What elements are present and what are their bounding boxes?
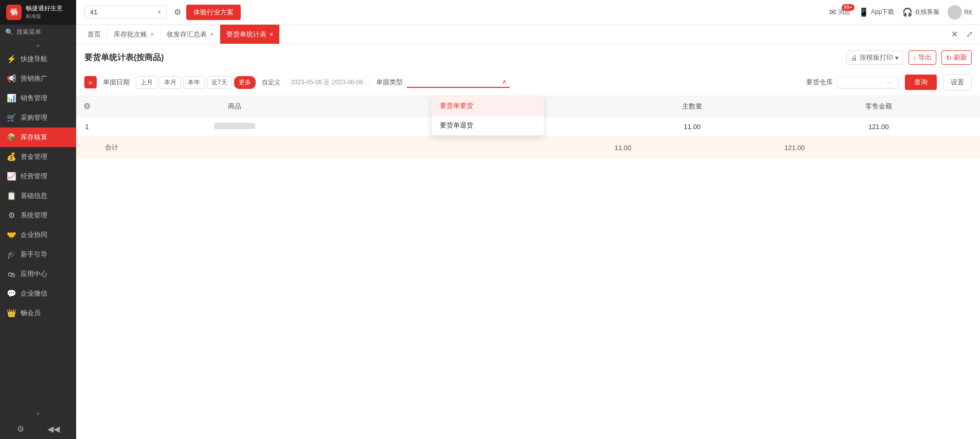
marketing-icon: 📢 — [6, 74, 16, 83]
settings-btn[interactable]: 设置 — [943, 74, 972, 90]
tab-order-stats[interactable]: 要货单统计表 × — [220, 25, 280, 44]
trial-btn[interactable]: 体验行业方案 — [186, 5, 241, 20]
filter-expand-btn[interactable]: » — [84, 76, 97, 88]
tab-home[interactable]: 首页 — [81, 25, 108, 44]
wechat-icon: 💬 — [6, 289, 16, 298]
search-icon: 🔍 — [5, 28, 13, 36]
page-content: 要货单统计表(按商品) 🖨 按模板打印 ▾ ↑ 导出 ↻ 刷新 — [76, 44, 980, 439]
filter-divider — [369, 77, 370, 87]
avatar — [948, 5, 962, 20]
sidebar-nav: ⚡ 快捷导航 📢 营销推广 📊 销售管理 🛒 采购管理 📦 库存核算 💰 资金管… — [0, 49, 76, 409]
refresh-btn[interactable]: ↻ 刷新 — [941, 50, 972, 65]
warehouse-more-icon: ··· — [887, 79, 892, 86]
store-name: 41 — [90, 8, 155, 16]
sidebar-search[interactable]: 🔍 搜索菜单 — [0, 25, 76, 40]
td-goods — [98, 117, 371, 137]
purchase-icon: 🛒 — [6, 113, 16, 122]
type-filter-group: 单据类型 ∧ — [376, 77, 510, 88]
sidebar-item-finance[interactable]: 💰 资金管理 — [0, 147, 76, 167]
print-icon: 🖨 — [851, 54, 858, 62]
support-btn[interactable]: 🎧 在线客服 — [902, 7, 939, 17]
topbar-settings-icon[interactable]: ⚙ — [174, 7, 181, 17]
table-settings-icon[interactable]: ⚙ — [83, 102, 91, 111]
scroll-up-btn[interactable]: ▲ — [0, 40, 76, 49]
user-avatar-area[interactable]: Rit — [948, 5, 972, 20]
print-btn[interactable]: 🖨 按模板打印 ▾ — [846, 50, 903, 65]
footer-label: 合计 — [98, 137, 371, 159]
sidebar-item-system[interactable]: ⚙ 系统管理 — [0, 206, 76, 225]
sidebar-item-inventory[interactable]: 📦 库存核算 — [0, 127, 76, 147]
tab-order-stats-close[interactable]: × — [270, 31, 273, 38]
sidebar-item-wechat[interactable]: 💬 企业微信 — [0, 284, 76, 303]
sidebar-item-sales[interactable]: 📊 销售管理 — [0, 88, 76, 108]
goods-placeholder — [214, 123, 255, 129]
finance-label: 资金管理 — [21, 152, 70, 161]
sidebar-item-guide[interactable]: 🎓 新手引导 — [0, 245, 76, 264]
custom-date-btn[interactable]: 自定义 — [258, 77, 284, 88]
export-label: 导出 — [918, 53, 932, 62]
type-select-arrow-icon: ∧ — [502, 78, 507, 85]
sidebar: 畅 畅捷通好生意 标准版 🔍 搜索菜单 ▲ ⚡ 快捷导航 📢 营销推广 📊 销售… — [0, 0, 76, 439]
row-retail-amount: 121.00 — [868, 123, 889, 131]
close-all-tabs-btn[interactable]: ✕ — [949, 27, 960, 41]
app-download-btn[interactable]: 📱 App下载 — [859, 7, 894, 17]
tab-inventory-batch[interactable]: 库存批次账 × — [108, 25, 161, 44]
system-icon: ⚙ — [6, 211, 16, 220]
inventory-label: 库存核算 — [21, 133, 70, 142]
export-btn[interactable]: ↑ 导出 — [908, 50, 937, 65]
table-footer: 合计 11.00 121.00 — [76, 137, 980, 159]
export-icon: ↑ — [913, 54, 917, 62]
td-no: 1 — [76, 117, 98, 137]
page-header-actions: 🖨 按模板打印 ▾ ↑ 导出 ↻ 刷新 — [846, 50, 972, 65]
store-selector[interactable]: 41 ▾ — [84, 6, 167, 19]
date-btn-last-month[interactable]: 上月 — [136, 76, 157, 89]
sidebar-item-member[interactable]: 👑 畅会员 — [0, 303, 76, 323]
sidebar-logo: 畅 畅捷通好生意 标准版 — [0, 0, 76, 25]
date-btn-this-month[interactable]: 本月 — [159, 76, 181, 89]
date-btn-7days[interactable]: 近7天 — [207, 76, 232, 89]
system-label: 系统管理 — [21, 211, 70, 220]
tabs-bar: 首页 库存批次账 × 收发存汇总表 × 要货单统计表 × ✕ ⤢ — [76, 25, 980, 44]
topbar-right: ✉ 消息 99+ 📱 App下载 🎧 在线客服 Rit — [829, 5, 972, 20]
logo-text: 畅捷通好生意 — [26, 5, 63, 13]
sidebar-item-apps[interactable]: 🛍 应用中心 — [0, 264, 76, 284]
query-btn[interactable]: 查询 — [905, 75, 937, 90]
topbar-left: 41 ▾ ⚙ 体验行业方案 — [84, 5, 241, 20]
finance-icon: 💰 — [6, 152, 16, 161]
footer-retail-amount: 121.00 — [777, 137, 980, 159]
sidebar-item-shortcuts[interactable]: ⚡ 快捷导航 — [0, 49, 76, 69]
scroll-down-btn[interactable]: ▼ — [0, 409, 76, 418]
warehouse-select[interactable]: ··· — [837, 77, 899, 88]
date-filter-label: 单据日期 — [103, 78, 130, 87]
sidebar-item-purchase[interactable]: 🛒 采购管理 — [0, 108, 76, 127]
tab-summary-close[interactable]: × — [210, 31, 213, 38]
sidebar-item-basic[interactable]: 📋 基础信息 — [0, 186, 76, 206]
shortcuts-label: 快捷导航 — [21, 54, 70, 64]
footer-main-qty-value: 11.00 — [615, 144, 632, 152]
type-select-value — [410, 78, 502, 86]
sidebar-item-cooperation[interactable]: 🤝 企业协同 — [0, 225, 76, 245]
sidebar-item-marketing[interactable]: 📢 营销推广 — [0, 69, 76, 88]
basic-icon: 📋 — [6, 191, 16, 200]
date-btn-more[interactable]: 更多 — [234, 76, 256, 89]
username-label: Rit — [964, 9, 972, 16]
purchase-label: 采购管理 — [21, 113, 70, 122]
date-btn-this-year[interactable]: 本年 — [183, 76, 205, 89]
tab-inventory-batch-close[interactable]: × — [150, 31, 154, 38]
tab-summary[interactable]: 收发存汇总表 × — [161, 25, 220, 44]
collapse-icon[interactable]: ◀◀ — [47, 424, 60, 434]
page-header: 要货单统计表(按商品) 🖨 按模板打印 ▾ ↑ 导出 ↻ 刷新 — [76, 44, 980, 69]
message-icon: ✉ — [829, 7, 836, 17]
maximize-btn[interactable]: ⤢ — [964, 27, 975, 41]
sidebar-item-operation[interactable]: 📈 经营管理 — [0, 167, 76, 186]
topbar: 41 ▾ ⚙ 体验行业方案 ✉ 消息 99+ 📱 App下载 🎧 在线客服 R — [76, 0, 980, 25]
apps-label: 应用中心 — [21, 269, 70, 279]
dropdown-item-return-goods[interactable]: 要货单退货 — [432, 116, 544, 135]
warehouse-select-value — [842, 79, 885, 86]
message-badge: 99+ — [842, 4, 854, 11]
type-select[interactable]: ∧ — [407, 77, 510, 88]
settings-footer-icon[interactable]: ⚙ — [17, 424, 24, 434]
dropdown-item-order-goods[interactable]: 要货单要货 — [432, 96, 544, 116]
page-title: 要货单统计表(按商品) — [84, 52, 164, 63]
message-btn[interactable]: ✉ 消息 99+ — [829, 7, 850, 17]
